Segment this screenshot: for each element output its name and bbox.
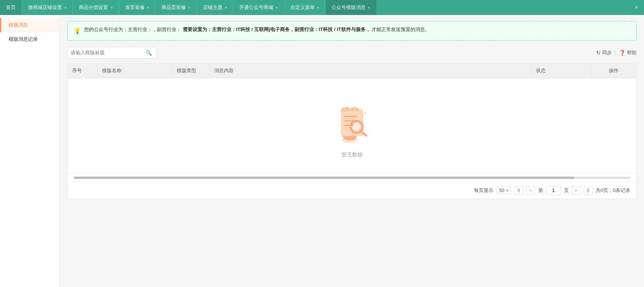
store-theme-label: 店铺主题	[203, 4, 222, 11]
page-size-select[interactable]: 50 ∨	[496, 186, 511, 194]
help-icon: ❓	[619, 50, 625, 56]
col-header-type: 模版类型	[172, 64, 210, 78]
scrollbar-track[interactable]	[74, 177, 630, 179]
nav-item-store-theme[interactable]: 店铺主题 ×	[197, 0, 233, 15]
notice-bulb-icon: 💡	[74, 26, 81, 36]
table-header: 序号 模版名称 模版类型 消息内容 状态 操作	[68, 64, 636, 78]
sync-button[interactable]: ↻ 同步	[596, 49, 612, 56]
close-open-mall-icon[interactable]: ×	[275, 5, 278, 10]
page-unit: 页	[564, 187, 569, 194]
nav-item-custom-menu[interactable]: 自定义菜单 ×	[284, 0, 326, 15]
empty-state: ✦ ✦ 暂无数据	[68, 78, 636, 173]
close-custom-menu-icon[interactable]: ×	[317, 5, 319, 10]
col-header-name: 模版名称	[98, 64, 172, 78]
template-msg-label: 公众号模版消息	[332, 4, 366, 11]
last-page-button[interactable]: |⟩	[584, 186, 593, 195]
notice-before: 您的公众号行业为：主营行业：，副营行业：	[84, 27, 181, 32]
total-info: 共0页，0条记录	[596, 187, 630, 194]
home-label: 首页	[6, 4, 16, 11]
sync-label: 同步	[602, 49, 612, 56]
notice-text: 您的公众号行业为：主营行业：，副营行业： 需要设置为：主营行业：IT科技 / 互…	[84, 26, 430, 34]
category-label: 商品分类设置	[79, 4, 108, 11]
notice-box: 💡 您的公众号行业为：主营行业：，副营行业： 需要设置为：主营行业：IT科技 /…	[67, 21, 637, 41]
help-button[interactable]: ❓ 帮助	[619, 49, 637, 56]
nav-item-home-deco[interactable]: 首页装修 ×	[119, 0, 155, 15]
notice-after: 才能正常发送预置的消息。	[372, 27, 430, 32]
nav-item-category[interactable]: 商品分类设置 ×	[73, 0, 119, 15]
sidebar-template-label: 模版消息	[9, 22, 28, 28]
notice-emphasis: 需要设置为：主营行业：IT科技 / 互联网|电子商务，副营行业：IT科技 / I…	[183, 27, 370, 32]
nav-item-template-msg[interactable]: 公众号模版消息 ×	[326, 0, 376, 15]
sidebar: 模版消息 模版消息记录	[0, 15, 60, 287]
chevron-down-icon: ∨	[506, 188, 509, 192]
sidebar-template-record-label: 模版消息记录	[9, 36, 38, 42]
nav-item-product-deco[interactable]: 商品页装修 ×	[155, 0, 197, 15]
product-deco-label: 商品页装修	[161, 4, 186, 11]
search-bar: 🔍 ↻ 同步 | ❓ 帮助	[67, 47, 637, 59]
toolbar-divider: |	[615, 50, 616, 55]
close-all-button[interactable]: ×	[629, 4, 644, 11]
empty-text: 暂无数据	[342, 152, 363, 158]
pagination-bar: 每页显示 50 ∨ ⟨| ＜ 第 页 ＞ |⟩ 共0页，0条记录	[68, 182, 636, 199]
close-wshop-icon[interactable]: ×	[64, 5, 67, 10]
top-navigation: 首页 微商城店铺设置 × 商品分类设置 × 首页装修 × 商品页装修 × 店铺主…	[0, 0, 644, 15]
search-icon[interactable]: 🔍	[145, 50, 152, 56]
close-category-icon[interactable]: ×	[110, 5, 113, 10]
nav-item-wshop[interactable]: 微商城店铺设置 ×	[22, 0, 73, 15]
nav-item-open-mall[interactable]: 开通公众号商城 ×	[233, 0, 284, 15]
help-label: 帮助	[627, 49, 637, 56]
sync-icon: ↻	[596, 50, 601, 56]
open-mall-label: 开通公众号商城	[239, 4, 273, 11]
col-header-status: 状态	[531, 64, 591, 78]
close-store-theme-icon[interactable]: ×	[225, 5, 227, 10]
search-input-wrap[interactable]: 🔍	[67, 47, 157, 59]
close-product-deco-icon[interactable]: ×	[188, 5, 190, 10]
prev-page-button[interactable]: ＜	[526, 186, 535, 195]
data-table: 序号 模版名称 模版类型 消息内容 状态 操作	[67, 63, 637, 199]
page-size-label: 每页显示	[474, 187, 493, 194]
col-header-op: 操作	[591, 64, 636, 78]
scrollbar-thumb[interactable]	[74, 177, 574, 179]
toolbar-right: ↻ 同步 | ❓ 帮助	[596, 49, 637, 56]
custom-menu-label: 自定义菜单	[290, 4, 315, 11]
wshop-label: 微商城店铺设置	[28, 4, 62, 11]
nav-item-home[interactable]: 首页	[0, 0, 22, 15]
svg-point-7	[353, 123, 360, 131]
search-input[interactable]	[71, 50, 145, 55]
home-deco-label: 首页装修	[125, 4, 145, 11]
main-layout: 模版消息 模版消息记录 💡 您的公众号行业为：主营行业：，副营行业： 需要设置为…	[0, 15, 644, 287]
empty-illustration: ✦ ✦	[330, 101, 375, 146]
close-template-msg-icon[interactable]: ×	[368, 5, 370, 10]
empty-state-svg: ✦ ✦	[330, 101, 375, 146]
scrollbar-area	[68, 173, 636, 182]
content-area: 💡 您的公众号行业为：主营行业：，副营行业： 需要设置为：主营行业：IT科技 /…	[60, 15, 644, 287]
col-header-content: 消息内容	[210, 64, 531, 78]
next-page-button[interactable]: ＞	[572, 186, 581, 195]
svg-text:✦: ✦	[363, 111, 367, 116]
sidebar-item-template-record[interactable]: 模版消息记录	[0, 32, 59, 46]
sidebar-item-template[interactable]: 模版消息	[0, 18, 59, 32]
first-page-button[interactable]: ⟨|	[514, 186, 523, 195]
current-page-input[interactable]	[546, 186, 561, 195]
col-header-seq: 序号	[68, 64, 98, 78]
close-home-deco-icon[interactable]: ×	[147, 5, 149, 10]
page-prefix: 第	[538, 187, 543, 194]
svg-text:✦: ✦	[337, 118, 340, 122]
page-size-value: 50	[499, 187, 504, 193]
